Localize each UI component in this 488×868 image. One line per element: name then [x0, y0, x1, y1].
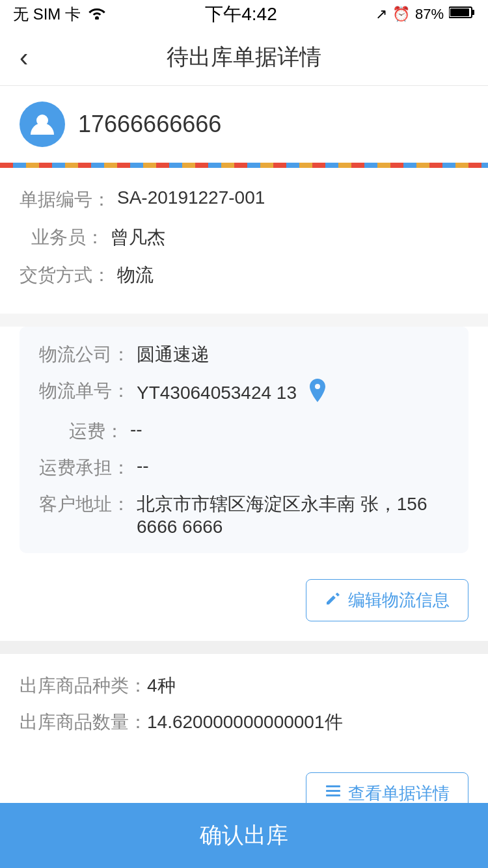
status-time: 下午4:42 [205, 2, 277, 27]
alarm-icon: ⏰ [392, 6, 410, 23]
confirm-label: 确认出库 [200, 821, 288, 850]
edit-logistics-button[interactable]: 编辑物流信息 [306, 579, 468, 621]
freight-label: 运费： [39, 419, 130, 444]
salesperson-value: 曾凡杰 [111, 225, 468, 250]
address-label: 客户地址： [39, 492, 137, 517]
view-detail-label: 查看单据详情 [348, 782, 450, 805]
logistics-company-row: 物流公司： 圆通速递 [39, 342, 449, 367]
svg-rect-2 [450, 8, 469, 16]
freight-bearer-row: 运费承担： -- [39, 455, 449, 480]
delivery-method-row: 交货方式： 物流 [20, 263, 468, 288]
list-icon [325, 783, 342, 804]
goods-quantity-row: 出库商品数量： 14.620000000000001件 [20, 710, 468, 735]
logistics-tracking-value: YT43064053424 13 [137, 379, 449, 407]
svg-rect-4 [326, 785, 340, 787]
edit-logistics-area: 编辑物流信息 [0, 566, 488, 641]
goods-types-value: 4种 [147, 673, 468, 698]
order-number-row: 单据编号： SA-20191227-001 [20, 187, 468, 212]
status-left: 无 SIM 卡 [13, 4, 107, 25]
svg-rect-6 [326, 794, 340, 796]
order-info-section: 单据编号： SA-20191227-001 业务员： 曾凡杰 交货方式： 物流 [0, 168, 488, 314]
logistics-company-label: 物流公司： [39, 342, 137, 367]
edit-icon [325, 590, 342, 611]
nav-bar: ‹ 待出库单据详情 [0, 29, 488, 86]
salesperson-label: 业务员： [20, 225, 111, 250]
delivery-method-value: 物流 [117, 263, 468, 288]
order-number-value: SA-20191227-001 [117, 187, 468, 208]
goods-section: 出库商品种类： 4种 出库商品数量： 14.620000000000001件 [0, 654, 488, 759]
delivery-method-label: 交货方式： [20, 263, 117, 288]
svg-rect-1 [472, 10, 474, 15]
svg-rect-5 [326, 790, 340, 792]
decorative-divider [0, 163, 488, 168]
goods-types-row: 出库商品种类： 4种 [20, 673, 468, 698]
address-row: 客户地址： 北京市市辖区海淀区永丰南 张，156 6666 6666 [39, 492, 449, 537]
logistics-tracking-row: 物流单号： YT43064053424 13 [39, 379, 449, 407]
logistics-card: 物流公司： 圆通速递 物流单号： YT43064053424 13 运费： --… [20, 327, 468, 553]
wifi-icon [87, 5, 107, 23]
battery-icon [449, 6, 475, 23]
status-bar: 无 SIM 卡 下午4:42 ↗ ⏰ 87% [0, 0, 488, 29]
freight-bearer-value: -- [137, 455, 449, 476]
page-title: 待出库单据详情 [167, 42, 321, 72]
back-button[interactable]: ‹ [20, 44, 28, 70]
address-value: 北京市市辖区海淀区永丰南 张，156 6666 6666 [137, 492, 449, 537]
status-right: ↗ ⏰ 87% [375, 6, 475, 23]
avatar [20, 102, 65, 147]
tracking-location-icon[interactable] [307, 379, 328, 407]
edit-logistics-label: 编辑物流信息 [348, 589, 450, 612]
order-number-label: 单据编号： [20, 187, 117, 212]
customer-phone: 17666666666 [78, 111, 221, 138]
freight-row: 运费： -- [39, 419, 449, 444]
section-divider [0, 641, 488, 654]
confirm-bar[interactable]: 确认出库 [0, 803, 488, 868]
location-status-icon: ↗ [375, 6, 387, 23]
salesperson-row: 业务员： 曾凡杰 [20, 225, 468, 250]
customer-header: 17666666666 [0, 86, 488, 163]
goods-quantity-value: 14.620000000000001件 [147, 710, 468, 735]
goods-types-label: 出库商品种类： [20, 673, 147, 698]
carrier-label: 无 SIM 卡 [13, 4, 81, 25]
freight-value: -- [130, 419, 449, 440]
goods-quantity-label: 出库商品数量： [20, 710, 147, 735]
logistics-tracking-label: 物流单号： [39, 379, 137, 403]
freight-bearer-label: 运费承担： [39, 455, 137, 480]
logistics-company-value: 圆通速递 [137, 342, 449, 367]
battery-label: 87% [415, 6, 444, 23]
